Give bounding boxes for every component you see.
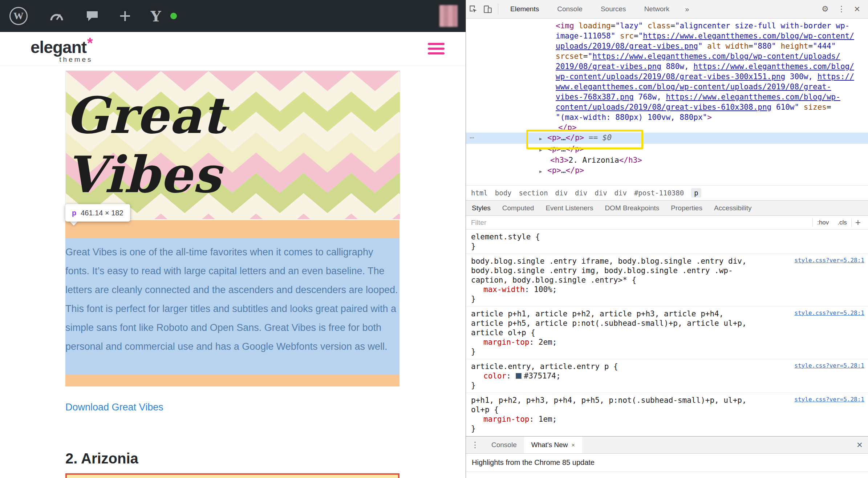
comments-icon[interactable] [86,0,100,32]
color-swatch-icon[interactable] [516,373,522,379]
code-token: " [638,32,643,40]
site-logo[interactable]: elegant* themes [31,35,93,64]
code-token: <p> [547,145,561,153]
css-selector[interactable]: body.blog.single .entry img, body.blog.s… [471,266,868,275]
overflow-menu-icon[interactable]: ⋯ [470,133,475,143]
whats-new-headline[interactable]: Highlights from the Chrome 85 update [466,454,868,472]
css-colon: : [506,372,515,380]
styles-pane: element.style {}style.css?ver=5.28:1body… [466,230,868,439]
stylesheet-link[interactable]: style.css?ver=5.28:1 [794,396,864,403]
tab-dom-breakpoints[interactable]: DOM Breakpoints [599,200,665,215]
stylesheet-link[interactable]: style.css?ver=5.28:1 [794,362,864,369]
more-tabs-icon[interactable]: » [678,5,695,13]
tab-sources[interactable]: Sources [592,0,635,18]
css-selector[interactable]: article p+h5, article p:not(.subhead-sma… [471,319,868,328]
wordpress-w-glyph: W [9,7,28,25]
code-token: "(max-width: 880px) 100vw, 880px" [556,113,707,122]
tab-properties[interactable]: Properties [665,200,708,215]
css-property[interactable]: color: #375174; [471,371,868,381]
dom-tree-row[interactable]: <img loading="lazy" class="aligncenter s… [466,21,868,31]
css-property[interactable]: margin-top: 1em; [471,414,868,424]
breadcrumb-item[interactable]: #post-110380 [634,189,684,197]
breadcrumb: htmlbodysectiondivdivdivdiv#post-110380p [466,185,868,200]
logo-asterisk-icon: * [87,35,93,51]
tab-console[interactable]: Console [548,0,592,18]
dom-tree-row[interactable]: srcset="https://www.elegantthemes.com/bl… [466,51,868,61]
css-selector[interactable]: caption, body.blog.single .entry>* { [471,275,868,285]
dom-tree-row[interactable]: ▶<p>…</p> [466,165,868,177]
wordpress-logo-icon[interactable]: W [0,0,28,32]
css-closing-brace: } [471,424,868,433]
code-token [799,103,804,112]
article-paragraph: Great Vibes is one of the all-time favor… [65,243,399,356]
stylesheet-link[interactable]: style.css?ver=5.28:1 [794,309,864,316]
user-avatar[interactable] [439,5,458,27]
comment-bubble-glyph [86,10,100,22]
css-colon: : [529,415,538,424]
drawer-menu-icon[interactable]: ⋮ [466,440,484,450]
filter-input[interactable]: Filter [471,219,812,227]
close-drawer-icon[interactable]: × [851,439,868,451]
sidebar-tabstrip: StylesComputedEvent ListenersDOM Breakpo… [466,200,868,216]
kebab-menu-icon[interactable]: ⋮ [833,4,850,14]
style-rule: element.style {} [466,230,868,254]
tab-elements[interactable]: Elements [501,0,548,18]
css-property[interactable]: max-width: 100%; [471,285,868,294]
dom-tree-row[interactable]: "(max-width: 880px) 100vw, 880px"> [466,112,868,122]
dom-tree-row[interactable]: content/uploads/2019/08/great-vibes-610x… [466,102,868,112]
tab-computed[interactable]: Computed [496,200,540,215]
css-selector[interactable]: ol+p { [471,405,868,414]
breadcrumb-item[interactable]: div [575,189,587,197]
code-token: width [726,42,749,50]
webpage-pane: W + Y elegant* themes [0,0,466,478]
drawer-tab-console[interactable]: Console [484,437,524,453]
breadcrumb-item[interactable]: div [615,189,627,197]
inspect-element-icon[interactable] [466,0,480,18]
dom-tree-row[interactable]: image-111058" src="https://www.elegantth… [466,31,868,41]
dom-tree-row[interactable]: <h3>2. Arizonia</h3> [466,155,868,165]
device-toolbar-icon[interactable] [480,0,495,18]
dom-tree-row[interactable]: uploads/2019/08/great-vibes.png" alt wid… [466,41,868,51]
code-token [703,42,707,50]
css-property-name: color [483,372,506,380]
dom-tree-row[interactable]: ⋯▶<p>…</p> == $0 [466,133,868,144]
settings-gear-icon[interactable]: ⚙ [817,4,833,14]
expand-arrow-icon[interactable]: ▶ [539,166,547,177]
yoast-seo-icon[interactable]: Y [151,0,161,32]
breadcrumb-item[interactable]: p [691,188,701,198]
drawer-tab-label: What's New [531,441,568,449]
dom-tree-row[interactable]: </p> [466,122,868,133]
close-devtools-icon[interactable]: × [850,3,864,15]
download-link[interactable]: Download Great Vibes [65,402,163,413]
stylesheet-link[interactable]: style.css?ver=5.28:1 [794,257,864,264]
close-tab-icon[interactable]: × [571,442,575,448]
expand-arrow-icon[interactable]: ▶ [539,134,547,144]
tab-event-listeners[interactable]: Event Listeners [540,200,599,215]
dom-tree-row[interactable]: ▶<p>…</p> [466,144,868,155]
drawer-tab-what-s-new[interactable]: What's New× [524,437,582,453]
tab-network[interactable]: Network [635,0,679,18]
breadcrumb-item[interactable]: div [595,189,607,197]
breadcrumb-item[interactable]: body [495,189,512,197]
tab-accessibility[interactable]: Accessibility [708,200,757,215]
element-classes-toggle[interactable]: .cls [833,219,851,226]
expand-arrow-icon[interactable]: ▶ [539,145,547,155]
code-token: https://www.elegantthemes.com/blog/wp- [666,93,840,101]
breadcrumb-item[interactable]: section [519,189,548,197]
menu-hamburger-icon[interactable] [428,43,445,57]
breadcrumb-item[interactable]: html [471,189,488,197]
tab-styles[interactable]: Styles [466,200,496,215]
new-content-icon[interactable]: + [119,0,131,32]
new-style-rule-icon[interactable]: + [852,217,863,228]
dom-tree-row[interactable]: 2019/08/great-vibes.png 880w, https://ww… [466,61,868,72]
dom-tree-row[interactable]: wp-content/uploads/2019/08/great-vibes-3… [466,72,868,82]
css-selector[interactable]: element.style { [471,232,868,242]
code-token: https:// [818,72,854,81]
css-selector[interactable]: article ol+p { [471,328,868,337]
dom-tree-row[interactable]: www.elegantthemes.com/blog/wp-content/up… [466,82,868,92]
pseudo-state-toggle[interactable]: :hov [813,219,833,226]
dom-tree-row[interactable]: vibes-768x387.png 768w, https://www.eleg… [466,92,868,102]
stats-gauge-icon[interactable] [49,0,64,32]
css-property[interactable]: margin-top: 2em; [471,337,868,347]
breadcrumb-item[interactable]: div [555,189,568,197]
